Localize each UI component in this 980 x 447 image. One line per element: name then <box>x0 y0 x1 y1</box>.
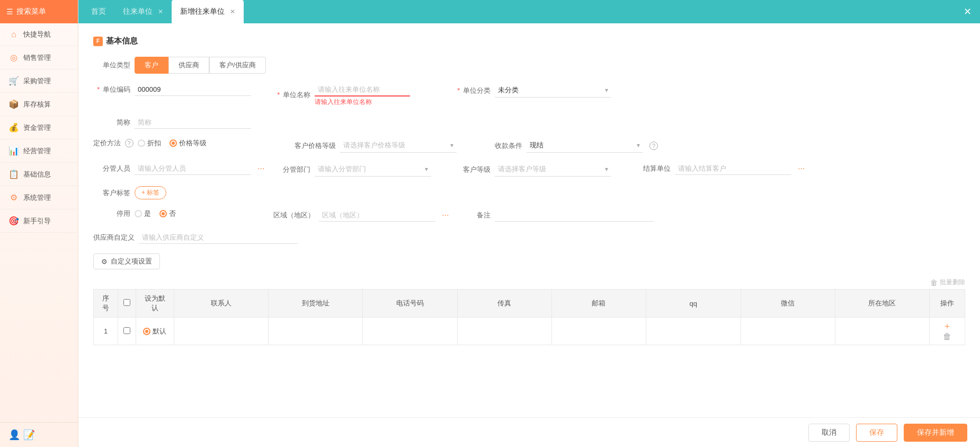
sidebar-item-operation[interactable]: 📊 经营管理 <box>0 139 78 163</box>
tab-home[interactable]: 首页 <box>83 0 114 23</box>
batch-delete-label[interactable]: 批量删除 <box>940 278 965 287</box>
sidebar-item-label: 经营管理 <box>23 146 51 156</box>
settlement-field: 结算单位 ··· <box>634 162 814 175</box>
payment-terms-select[interactable]: 现结 ▾ <box>527 138 643 153</box>
tab-new-partner[interactable]: 新增往来单位 ✕ <box>172 0 244 23</box>
manager-input[interactable] <box>135 162 251 175</box>
department-select[interactable]: 请输入分管部门 ▾ <box>315 162 431 177</box>
unit-code-name-row: * 单位编码 * 单位名称 请输入往来单位名称 * 单位分类 <box>93 83 965 107</box>
unit-code-input[interactable] <box>135 83 251 96</box>
department-label: 分管部门 <box>273 165 310 174</box>
sidebar-item-purchase[interactable]: 🛒 采购管理 <box>0 69 78 93</box>
sidebar-item-finance[interactable]: 💰 资金管理 <box>0 116 78 139</box>
type-btn-supplier[interactable]: 供应商 <box>168 57 209 74</box>
customer-price-level-select[interactable]: 请选择客户价格等级 ▾ <box>340 138 457 153</box>
wechat-input[interactable] <box>746 327 830 335</box>
qq-input[interactable] <box>652 327 735 335</box>
type-btn-customer[interactable]: 客户 <box>135 57 168 74</box>
section-title-text: 基本信息 <box>106 36 138 46</box>
tab-partners[interactable]: 往来单位 ✕ <box>114 0 172 23</box>
region-more-button[interactable]: ··· <box>440 211 451 220</box>
pricing-help-icon[interactable]: ? <box>125 139 133 147</box>
default-radio-circle <box>143 328 150 335</box>
pricing-method-label: 定价方法 ? <box>93 138 133 148</box>
sidebar-item-system[interactable]: ⚙ 系统管理 <box>0 186 78 209</box>
row-checkbox[interactable] <box>123 327 130 334</box>
customer-level-select[interactable]: 请选择客户等级 ▾ <box>495 162 611 177</box>
delete-row-button[interactable]: 🗑 <box>941 332 953 341</box>
region-table-input[interactable] <box>841 327 924 335</box>
sidebar-item-sales[interactable]: ◎ 销售管理 <box>0 46 78 69</box>
search-menu-button[interactable]: ☰ 搜索菜单 <box>0 0 78 23</box>
save-button[interactable]: 保存 <box>856 424 897 442</box>
add-row-button[interactable]: ＋ <box>941 321 953 332</box>
radio-discount-circle <box>138 139 145 147</box>
settlement-more-button[interactable]: ··· <box>796 164 807 173</box>
region-input[interactable] <box>319 209 435 222</box>
address-input[interactable] <box>274 327 357 335</box>
default-radio[interactable]: 默认 <box>141 327 168 336</box>
tag-label: 客户标签 <box>93 188 130 198</box>
radio-price-level[interactable]: 价格等级 <box>170 138 207 148</box>
unit-code-label: * 单位编码 <box>93 85 130 94</box>
cell-email[interactable] <box>551 318 646 345</box>
window-close-button[interactable]: ✕ <box>959 6 976 17</box>
inventory-icon: 📦 <box>8 99 19 109</box>
settlement-input[interactable] <box>675 162 791 175</box>
main-area: 首页 往来单位 ✕ 新增往来单位 ✕ ✕ F 基本信息 单位类型 客户 供应商 <box>78 0 980 447</box>
cell-contact[interactable] <box>174 318 268 345</box>
short-name-input[interactable] <box>135 116 251 129</box>
payment-help-icon[interactable]: ? <box>649 142 658 150</box>
col-address: 到货地址 <box>268 290 362 318</box>
custom-settings-button[interactable]: ⚙ 自定义项设置 <box>93 253 160 269</box>
table-row: 1 默认 <box>94 318 965 345</box>
save-new-button[interactable]: 保存并新增 <box>904 424 967 442</box>
tab-home-label: 首页 <box>91 7 106 16</box>
manager-more-button[interactable]: ··· <box>255 164 266 173</box>
pricing-row: 定价方法 ? 折扣 价格等级 客户价格 <box>93 138 965 153</box>
cancel-button[interactable]: 取消 <box>808 424 850 442</box>
sidebar-item-basic[interactable]: 📋 基础信息 <box>0 163 78 186</box>
cell-wechat[interactable] <box>741 318 835 345</box>
tab-partners-close[interactable]: ✕ <box>158 8 163 15</box>
sidebar-item-inventory[interactable]: 📦 库存核算 <box>0 93 78 116</box>
bottom-bar: 取消 保存 保存并新增 <box>78 417 980 447</box>
email-input[interactable] <box>557 327 640 335</box>
sidebar-footer-icon: 📝 <box>23 429 35 441</box>
tab-new-partner-close[interactable]: ✕ <box>230 8 235 15</box>
phone-input[interactable] <box>368 327 451 335</box>
select-all-checkbox[interactable] <box>123 299 130 306</box>
fax-input[interactable] <box>463 327 546 335</box>
dropdown-arrow-icon3: ▾ <box>637 142 640 149</box>
col-email: 邮箱 <box>551 290 646 318</box>
contact-input[interactable] <box>180 327 263 335</box>
sidebar-item-newbie[interactable]: 🎯 新手引导 <box>0 209 78 233</box>
supplier-custom-input[interactable] <box>139 231 298 244</box>
type-button-group: 客户 供应商 客户/供应商 <box>135 57 266 74</box>
pricing-method-field: 定价方法 ? 折扣 价格等级 <box>93 138 295 148</box>
sidebar: ☰ 搜索菜单 ⌂ 快捷导航 ◎ 销售管理 🛒 采购管理 📦 库存核算 💰 资金管… <box>0 0 78 447</box>
cell-region[interactable] <box>835 318 929 345</box>
required-star3: * <box>457 86 460 94</box>
cell-qq[interactable] <box>646 318 741 345</box>
unit-category-select[interactable]: 未分类 ▾ <box>495 83 611 98</box>
radio-discount[interactable]: 折扣 <box>138 138 161 148</box>
type-btn-both[interactable]: 客户/供应商 <box>209 57 266 74</box>
sidebar-item-label: 新手引导 <box>23 216 51 226</box>
dropdown-arrow-icon: ▾ <box>605 86 608 94</box>
unit-name-input[interactable] <box>315 83 410 97</box>
sidebar-item-quick-nav[interactable]: ⌂ 快捷导航 <box>0 23 78 46</box>
col-checkbox <box>118 290 136 318</box>
note-input[interactable] <box>495 209 654 222</box>
add-tag-button[interactable]: + 标签 <box>135 186 166 199</box>
batch-delete-area: 🗑 批量删除 <box>93 278 965 287</box>
cell-address[interactable] <box>268 318 362 345</box>
supplier-custom-row: 供应商自定义 <box>93 231 965 244</box>
cell-phone[interactable] <box>363 318 457 345</box>
radio-no[interactable]: 否 <box>159 209 176 218</box>
cell-fax[interactable] <box>457 318 551 345</box>
contact-table: 序号 设为默认 联系人 到货地址 电话号码 传真 邮箱 qq 微信 所在地区 操… <box>93 289 965 345</box>
radio-yes[interactable]: 是 <box>135 209 151 218</box>
col-action: 操作 <box>930 290 965 318</box>
customer-level-label: 客户等级 <box>453 165 491 174</box>
